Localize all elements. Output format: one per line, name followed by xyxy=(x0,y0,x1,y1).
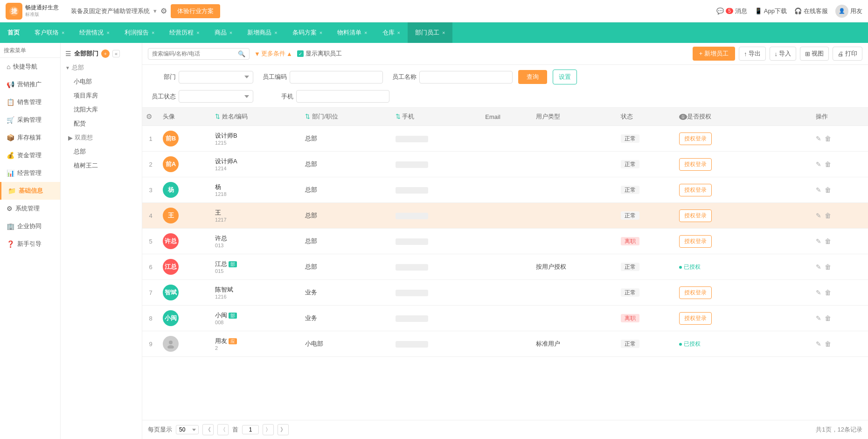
close-icon[interactable]: × xyxy=(62,30,64,35)
delete-icon[interactable]: 🗑 xyxy=(825,314,831,322)
delete-icon[interactable]: 🗑 xyxy=(825,237,831,245)
first-page-button[interactable]: 《 xyxy=(202,424,214,435)
delete-icon[interactable]: 🗑 xyxy=(825,186,831,194)
dept-item-xiaodian[interactable]: 小电部 xyxy=(66,75,142,89)
close-icon[interactable]: × xyxy=(274,30,277,35)
sidebar-item-marketing[interactable]: 📢 营销推广 xyxy=(0,76,60,93)
next-page-button[interactable]: 〉 xyxy=(263,424,274,435)
sidebar-item-finance[interactable]: 💰 资金管理 xyxy=(0,146,60,164)
tab-employee[interactable]: 部门员工 × xyxy=(408,22,452,43)
cell-auth[interactable]: 已授权 xyxy=(675,254,765,280)
close-icon[interactable]: × xyxy=(319,30,322,35)
close-icon[interactable]: × xyxy=(196,30,199,35)
online-service-button[interactable]: 🎧 在线客服 xyxy=(794,7,828,15)
col-settings[interactable]: ⚙ xyxy=(142,108,159,126)
dept-item-project[interactable]: 项目库房 xyxy=(66,89,142,103)
prev-page-button[interactable]: 〈 xyxy=(217,424,229,435)
dept-item-shuanglu[interactable]: ▶ 双鹿想 xyxy=(66,131,142,145)
more-filter-button[interactable]: ▼ 更多条件 ▲ xyxy=(254,49,292,58)
settings-icon[interactable]: ⚙ xyxy=(146,112,152,120)
add-employee-button[interactable]: + 新增员工 xyxy=(693,47,735,61)
edit-icon[interactable]: ✎ xyxy=(816,135,821,142)
dept-item-shenyang[interactable]: 沈阳大库 xyxy=(66,103,142,117)
sidebar-item-operations[interactable]: 📊 经营管理 xyxy=(0,164,60,182)
app-download-button[interactable]: 📱 App下载 xyxy=(755,7,787,15)
filter-status-select[interactable] xyxy=(179,90,253,103)
delete-icon[interactable]: 🗑 xyxy=(825,263,831,271)
sidebar-item-inventory[interactable]: 📦 库存核算 xyxy=(0,129,60,146)
edit-icon[interactable]: ✎ xyxy=(816,340,821,348)
user-menu[interactable]: 👤 用友 xyxy=(835,5,862,18)
edit-icon[interactable]: ✎ xyxy=(816,186,821,194)
cell-auth[interactable]: 授权登录 xyxy=(675,126,765,152)
col-dept[interactable]: ⇅ 部门/职位 xyxy=(301,108,391,126)
sidebar-item-sales[interactable]: 📋 销售管理 xyxy=(0,93,60,111)
filter-dept-select[interactable] xyxy=(179,71,253,84)
gear-icon[interactable]: ⚙ xyxy=(160,7,167,15)
tab-customer[interactable]: 客户联络 × xyxy=(27,22,72,43)
auth-button[interactable]: 授权登录 xyxy=(679,132,712,145)
tab-bom[interactable]: 物料清单 × xyxy=(330,22,375,43)
delete-icon[interactable]: 🗑 xyxy=(825,212,831,219)
sidebar-item-purchase[interactable]: 🛒 采购管理 xyxy=(0,111,60,129)
tab-profit[interactable]: 利润报告 × xyxy=(117,22,162,43)
auth-button[interactable]: 授权登录 xyxy=(679,286,712,299)
filter-empcode-input[interactable] xyxy=(290,71,383,84)
delete-icon[interactable]: 🗑 xyxy=(825,289,831,296)
edit-icon[interactable]: ✎ xyxy=(816,263,821,271)
title-dropdown-arrow[interactable]: ▾ xyxy=(153,7,157,14)
close-icon[interactable]: × xyxy=(364,30,367,35)
edit-icon[interactable]: ✎ xyxy=(816,237,821,245)
col-phone[interactable]: ⇅ 手机 xyxy=(392,108,482,126)
cell-auth[interactable]: 授权登录 xyxy=(675,177,765,203)
close-icon[interactable]: × xyxy=(106,30,109,35)
tab-history[interactable]: 经营历程 × xyxy=(162,22,207,43)
filter-empname-input[interactable] xyxy=(419,71,513,84)
edit-icon[interactable]: ✎ xyxy=(816,160,821,168)
tab-warehouse[interactable]: 仓库 × xyxy=(375,22,408,43)
add-dept-button[interactable]: + xyxy=(101,49,110,58)
cell-auth[interactable]: 已授权 xyxy=(675,331,765,357)
edit-icon[interactable]: ✎ xyxy=(816,314,821,322)
tab-goods[interactable]: 商品 × xyxy=(207,22,240,43)
auth-button[interactable]: 授权登录 xyxy=(679,209,712,222)
tab-barcode[interactable]: 条码方案 × xyxy=(285,22,330,43)
sidebar-item-guide[interactable]: ❓ 新手引导 xyxy=(0,235,60,253)
view-button[interactable]: ⊞ 视图 xyxy=(800,47,829,61)
dept-group-root[interactable]: ▼ 总部 xyxy=(61,61,142,75)
print-button[interactable]: 🖨 打印 xyxy=(833,47,862,61)
auth-button[interactable]: 授权登录 xyxy=(679,235,712,248)
message-button[interactable]: 💬 5 消息 xyxy=(716,7,747,15)
sidebar-item-quick-nav[interactable]: ⌂ 快捷导航 xyxy=(0,58,60,76)
show-disabled-toggle[interactable]: ✓ 显示离职员工 xyxy=(297,49,342,58)
search-input[interactable] xyxy=(152,50,236,57)
export-button[interactable]: ↑ 导出 xyxy=(739,47,766,61)
dept-item-zongbu[interactable]: 总部 xyxy=(66,145,142,159)
page-input[interactable] xyxy=(242,425,259,434)
auth-button[interactable]: 授权登录 xyxy=(679,312,712,325)
cell-auth[interactable]: 授权登录 xyxy=(675,152,765,177)
cell-auth[interactable]: 授权登录 xyxy=(675,203,765,229)
cell-auth[interactable]: 授权登录 xyxy=(675,306,765,331)
edit-icon[interactable]: ✎ xyxy=(816,289,821,296)
collapse-button[interactable]: « xyxy=(112,50,120,57)
import-button[interactable]: ↓ 导入 xyxy=(770,47,797,61)
sidebar-search-input[interactable] xyxy=(4,47,61,54)
sidebar-item-system[interactable]: ⚙ 系统管理 xyxy=(0,200,60,217)
cell-auth[interactable]: 授权登录 xyxy=(675,280,765,306)
close-icon[interactable]: × xyxy=(397,30,400,35)
tab-operations[interactable]: 经营情况 × xyxy=(72,22,117,43)
auth-button[interactable]: 授权登录 xyxy=(679,184,712,196)
edit-icon[interactable]: ✎ xyxy=(816,212,821,219)
page-size-select[interactable]: 50 100 xyxy=(176,425,199,434)
close-icon[interactable]: × xyxy=(229,30,232,35)
close-icon[interactable]: × xyxy=(442,30,445,35)
auth-button[interactable]: 授权登录 xyxy=(679,158,712,171)
filter-phone-input[interactable] xyxy=(296,90,389,103)
sidebar-item-company[interactable]: 🏢 企业协同 xyxy=(0,217,60,235)
search-button[interactable]: 查询 xyxy=(518,70,547,84)
close-icon[interactable]: × xyxy=(152,30,154,35)
dept-item-zhishu[interactable]: 植树王二 xyxy=(66,159,142,173)
experience-button[interactable]: 体验行业方案 xyxy=(171,4,220,18)
dept-all-label[interactable]: 全部部门 xyxy=(74,49,98,58)
